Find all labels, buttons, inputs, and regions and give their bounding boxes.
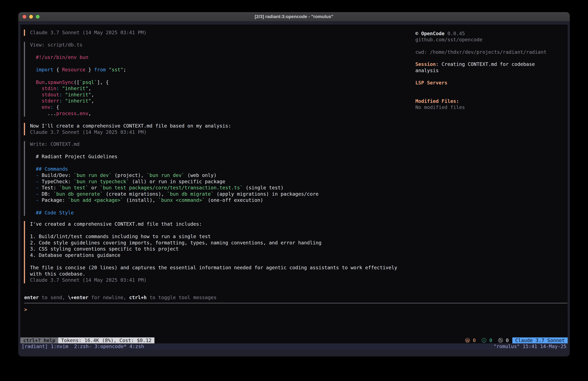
assistant-message: Now I'll create a comprehensive CONTEXT.… [24,123,231,135]
assistant-header-text: Claude 3.7 Sonnet (14 May 2025 03:41 PM) [25,29,147,36]
assistant-message-header: Claude 3.7 Sonnet (14 May 2025 03:41 PM) [24,29,147,36]
cwd-line: cwd: /home/thdxr/dev/projects/radiant/ra… [415,49,546,55]
modified-files-header: Modified Files: [415,98,459,104]
input-separator [24,303,567,303]
app-title: © OpenCode 0.0.45 [415,30,465,37]
app-url: github.com/sst/opencode [415,37,482,43]
assistant-message-text: Now I'll create a comprehensive CONTEXT.… [25,123,231,135]
help-shortcut-chip[interactable]: ctrl+? help [20,337,58,343]
close-button[interactable] [22,15,26,19]
terminal-content: Claude 3.7 Sonnet (14 May 2025 03:41 PM)… [20,24,568,350]
input-hint: enter to send, \+enter for newline, ctrl… [24,294,216,301]
message-accent-bar [24,29,25,36]
status-bar: ctrl+? help Tokens: 16.4K (8%), Cost: $0… [20,337,568,343]
prompt-caret: > [24,307,27,312]
tool-view-code: View: script/db.ts #!/usr/bin/env bun im… [25,42,126,116]
modified-files-empty: No modified files [415,104,465,111]
window-title: [2/3] radiant:3:opencode - "romulus" [255,14,333,19]
zoom-button[interactable] [36,15,40,19]
tmux-status-bar: [radiant] 1:nvim 2:zsh- 3:opencode* 4:zs… [20,343,568,350]
tmux-session-windows[interactable]: [radiant] 1:nvim 2:zsh- 3:opencode* 4:zs… [22,343,144,350]
message-accent-bar [24,221,25,283]
assistant-summary-message: I've created a comprehensive CONTEXT.md … [24,221,397,283]
session-title: Session: Creating CONTEXT.md for codebas… [415,61,535,67]
session-title-line2: analysis [415,67,439,74]
assistant-summary-text: I've created a comprehensive CONTEXT.md … [25,221,397,283]
tool-accent-bar [24,42,25,116]
tool-accent-bar [24,141,25,216]
message-accent-bar [24,123,25,135]
window-controls [22,15,40,19]
model-badge[interactable]: Claude 3.7 Sonnet [512,337,568,343]
tool-write-content: Write: CONTEXT.md # Radiant Project Guid… [25,141,318,216]
status-spacer [154,337,465,343]
lsp-servers-header: LSP Servers [415,80,447,86]
tool-view-block: View: script/db.ts #!/usr/bin/env bun im… [24,42,126,116]
terminal-window: [2/3] radiant:3:opencode - "romulus" Cla… [18,12,570,357]
prompt-input[interactable]: > [24,307,563,313]
window-titlebar[interactable]: [2/3] radiant:3:opencode - "romulus" [18,12,570,21]
minimize-button[interactable] [29,15,33,19]
tool-write-block: Write: CONTEXT.md # Radiant Project Guid… [24,141,318,216]
diagnostics-indicators: Ⓦ 0 ⓘ 0 ⓗ 0 [465,337,509,343]
tmux-session-info: "romulus" 15:41 14-May-25 [493,343,566,350]
tokens-cost-chip: Tokens: 16.4K (8%), Cost: $0.12 [58,337,154,343]
